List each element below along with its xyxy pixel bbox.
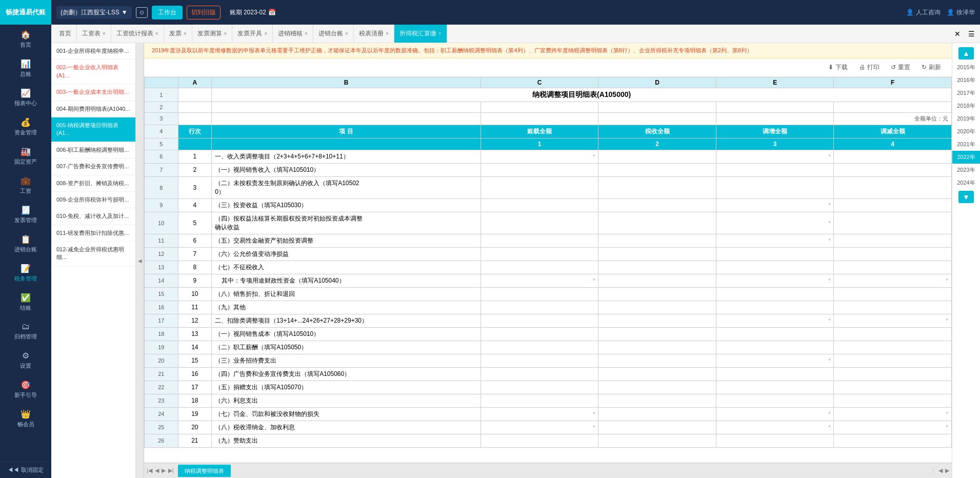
left-panel-item-005[interactable]: 005-纳税调整项目明细表(A1... bbox=[51, 117, 135, 142]
table-cell[interactable]: （九）赞助支出 bbox=[212, 434, 481, 447]
table-cell[interactable] bbox=[598, 314, 716, 327]
sidebar-item-ledger[interactable]: 📊 总账 bbox=[0, 54, 51, 83]
table-cell[interactable] bbox=[598, 367, 716, 381]
tab-purchase-ledger[interactable]: 进销台账 × bbox=[313, 25, 354, 43]
table-cell[interactable] bbox=[598, 176, 716, 198]
table-cell[interactable] bbox=[716, 394, 834, 407]
table-cell[interactable]: * bbox=[481, 150, 598, 163]
year-2015[interactable]: 2015年 bbox=[952, 61, 980, 74]
left-panel-item-001[interactable]: 001-企业所得税年度纳税申... bbox=[51, 43, 135, 59]
table-cell[interactable] bbox=[598, 381, 716, 394]
sidebar-item-purchase[interactable]: 📋 进销台账 bbox=[0, 229, 51, 258]
table-cell[interactable] bbox=[481, 176, 598, 198]
sidebar-item-settings[interactable]: ⚙ 设置 bbox=[0, 346, 51, 375]
table-cell[interactable] bbox=[481, 198, 598, 212]
year-2023[interactable]: 2023年 bbox=[952, 164, 980, 176]
year-2022[interactable]: 2022年 bbox=[952, 151, 980, 164]
left-panel-item-011[interactable]: 011-研发费用加计扣除优惠... bbox=[51, 225, 135, 242]
tab-invoice-calc[interactable]: 发票测算 × bbox=[192, 25, 233, 43]
table-cell[interactable] bbox=[716, 341, 834, 354]
table-cell[interactable] bbox=[598, 150, 716, 163]
table-cell[interactable] bbox=[834, 434, 952, 447]
table-cell[interactable] bbox=[716, 381, 834, 394]
table-cell[interactable]: （五）交易性金融资产初始投资调整 bbox=[212, 234, 481, 247]
table-cell[interactable] bbox=[716, 176, 834, 198]
tab-home[interactable]: 首页 bbox=[54, 25, 77, 43]
table-cell[interactable]: * bbox=[716, 314, 834, 327]
workbench-button[interactable]: 工作台 bbox=[152, 6, 183, 19]
year-2019[interactable]: 2019年 bbox=[952, 112, 980, 125]
table-cell[interactable]: * bbox=[716, 234, 834, 247]
company-icon-button[interactable]: ⊙ bbox=[136, 7, 148, 18]
close-icon[interactable]: × bbox=[184, 31, 187, 36]
table-cell[interactable]: （二）未按权责发生制原则确认的收入（填写A105020） bbox=[212, 176, 481, 198]
table-cell[interactable]: * bbox=[834, 421, 952, 434]
left-panel-item-003[interactable]: 003-一般企业成本支出明细... bbox=[51, 84, 135, 101]
table-cell[interactable] bbox=[598, 301, 716, 314]
table-cell[interactable] bbox=[598, 394, 716, 407]
scroll-left-icon[interactable]: ◀ bbox=[938, 467, 943, 474]
table-cell[interactable]: * bbox=[834, 274, 952, 287]
table-cell[interactable] bbox=[834, 327, 952, 341]
user-info[interactable]: 👤 徐泽华 bbox=[947, 8, 975, 17]
tab-payroll-report[interactable]: 工资统计报表 × bbox=[111, 25, 164, 43]
table-cell[interactable] bbox=[834, 341, 952, 354]
tab-invoice[interactable]: 发票 × bbox=[164, 25, 192, 43]
year-2024[interactable]: 2024年 bbox=[952, 176, 980, 189]
table-cell[interactable] bbox=[834, 367, 952, 381]
table-cell[interactable] bbox=[481, 367, 598, 381]
close-icon[interactable]: × bbox=[155, 31, 158, 36]
year-2021[interactable]: 2021年 bbox=[952, 138, 980, 151]
tab-income-tax[interactable]: 所得税汇算缴 × bbox=[394, 25, 447, 43]
table-cell[interactable] bbox=[598, 198, 716, 212]
prev-icon[interactable]: ◀ bbox=[155, 467, 159, 474]
collapse-left-panel-button[interactable]: ◀ bbox=[136, 43, 144, 478]
table-cell[interactable] bbox=[481, 234, 598, 247]
left-panel-item-006[interactable]: 006-职工薪酬纳税调整明细... bbox=[51, 142, 135, 158]
reset-button[interactable]: ↺ 重置 bbox=[888, 62, 913, 73]
table-cell[interactable] bbox=[598, 327, 716, 341]
table-cell[interactable]: * bbox=[834, 407, 952, 421]
table-cell[interactable] bbox=[834, 212, 952, 234]
year-2017[interactable]: 2017年 bbox=[952, 87, 980, 99]
left-panel-item-012[interactable]: 012-减免企业所得税优惠明细... bbox=[51, 242, 135, 266]
table-cell[interactable]: （四）广告费和业务宣传费支出（填写A105060） bbox=[212, 367, 481, 381]
table-cell[interactable]: * bbox=[481, 274, 598, 287]
table-cell[interactable] bbox=[598, 287, 716, 301]
tab-menu-icon[interactable]: ☰ bbox=[966, 30, 977, 38]
table-cell[interactable]: （七）罚金、罚款和被没收财物的损失 bbox=[212, 407, 481, 421]
table-cell[interactable] bbox=[834, 381, 952, 394]
year-up-button[interactable]: ▲ bbox=[958, 47, 974, 59]
close-icon[interactable]: × bbox=[438, 31, 442, 36]
table-cell[interactable] bbox=[834, 176, 952, 198]
sidebar-item-reports[interactable]: 📈 报表中心 bbox=[0, 83, 51, 112]
table-cell[interactable]: * bbox=[834, 314, 952, 327]
table-cell[interactable] bbox=[598, 234, 716, 247]
close-icon[interactable]: × bbox=[345, 31, 348, 36]
table-cell[interactable] bbox=[834, 150, 952, 163]
table-cell[interactable]: * bbox=[716, 407, 834, 421]
table-cell[interactable] bbox=[481, 394, 598, 407]
tab-payroll[interactable]: 工资表 × bbox=[77, 25, 111, 43]
table-cell[interactable] bbox=[481, 341, 598, 354]
sidebar-item-member[interactable]: 👑 畅会员 bbox=[0, 404, 51, 433]
tab-invoice-issue[interactable]: 发票开具 × bbox=[232, 25, 273, 43]
sidebar-item-invoice[interactable]: 🧾 发票管理 bbox=[0, 200, 51, 229]
next-sheet-icon[interactable]: ▶| bbox=[168, 467, 174, 474]
table-cell[interactable]: （八）税收滞纳金、加收利息 bbox=[212, 421, 481, 434]
sidebar-item-guide[interactable]: 🎯 新手引导 bbox=[0, 375, 51, 404]
table-cell[interactable] bbox=[834, 287, 952, 301]
table-cell[interactable] bbox=[716, 287, 834, 301]
table-cell[interactable]: （二）职工薪酬（填写A105050） bbox=[212, 341, 481, 354]
close-icon[interactable]: × bbox=[264, 31, 267, 36]
table-cell[interactable] bbox=[834, 234, 952, 247]
left-panel-item-007[interactable]: 007-广告费和业务宣传费明... bbox=[51, 158, 135, 175]
table-cell[interactable] bbox=[834, 198, 952, 212]
table-cell[interactable]: * bbox=[716, 354, 834, 367]
table-cell[interactable]: 一、收入类调整项目（2+3+4+5+6+7+8+10+11） bbox=[212, 150, 481, 163]
bottom-tab-adjust[interactable]: 纳税调整明细表 bbox=[178, 465, 231, 477]
table-wrapper[interactable]: A B C D E F 1 纳税调整项目明细表(A1 bbox=[144, 77, 952, 463]
table-cell[interactable] bbox=[598, 421, 716, 434]
calendar-icon[interactable]: 📅 bbox=[268, 9, 276, 16]
table-cell[interactable] bbox=[598, 407, 716, 421]
